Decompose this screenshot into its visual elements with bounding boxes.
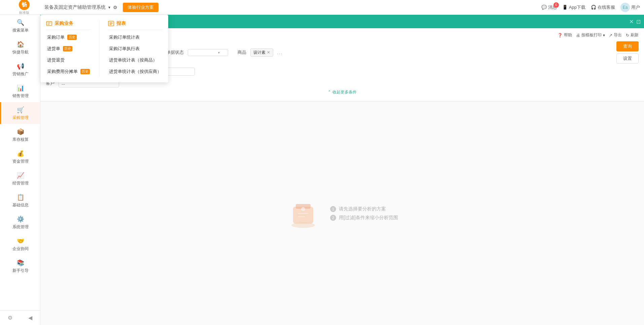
sidebar-item-operations[interactable]: 📈 经营管理 xyxy=(0,168,40,190)
dropdown-report-col: 报表 采购订单统计表 采购订单执行表 进货单统计表（按商品） 进货单统计表（按供… xyxy=(108,20,163,77)
sales-icon: 📊 xyxy=(17,84,24,92)
sidebar-item-basic[interactable]: 📋 基础信息 xyxy=(0,190,40,211)
product-tag-close-icon[interactable]: ✕ xyxy=(267,50,270,55)
sidebar-label-sales: 销售管理 xyxy=(12,93,29,99)
stock-in-stat-product-label: 进货单统计表（按商品） xyxy=(109,57,157,63)
stock-return-item[interactable]: 进货退货 xyxy=(46,55,91,66)
tab-close-all-icon[interactable]: ✕ xyxy=(629,18,634,25)
print-label: 按模板打印 xyxy=(581,32,602,38)
voucher-status-select[interactable]: ▾ xyxy=(188,49,228,56)
online-service-button[interactable]: 🎧 在线客服 xyxy=(591,4,615,10)
product-dots[interactable]: ... xyxy=(277,50,283,55)
sidebar-collapse-icon[interactable]: ◀ xyxy=(26,313,35,322)
trial-button[interactable]: 体验行业方案 xyxy=(123,3,158,12)
help-button[interactable]: ❓ 帮助 xyxy=(558,32,572,38)
purchase-expense-item[interactable]: 采购费用分摊单 历史 xyxy=(46,66,91,77)
purchase-order-stat-item[interactable]: 采购订单统计表 xyxy=(108,32,163,43)
empty-hints: 1 请先选择要分析的方案 2 用[过滤]条件来缩小分析范围 xyxy=(330,206,398,221)
phone-icon: 📱 xyxy=(562,5,568,10)
sidebar-item-search[interactable]: 🔍 搜索菜单 xyxy=(0,15,40,37)
tab-bar-spacer xyxy=(99,15,626,28)
tab-bar-controls: ✕ ⊡ xyxy=(626,15,644,28)
tab-expand-icon[interactable]: ⊡ xyxy=(636,18,641,25)
purchase-expense-label: 采购费用分摊单 xyxy=(47,69,78,75)
print-icon: 🖨 xyxy=(576,33,580,38)
avatar: Ea xyxy=(620,3,630,12)
help-label: 帮助 xyxy=(564,32,572,38)
sidebar-settings-icon[interactable]: ⚙ xyxy=(5,313,15,322)
action-buttons: 查询 设置 xyxy=(616,41,639,64)
operations-icon: 📈 xyxy=(17,172,24,179)
dropdown-divider xyxy=(99,20,100,77)
collapse-button[interactable]: ⌃ 收起更多条件 xyxy=(46,87,639,97)
voucher-status-label: 单据状态 xyxy=(166,49,184,55)
sidebar-item-marketing[interactable]: 📢 营销推广 xyxy=(0,58,40,80)
app-download-label: App下载 xyxy=(569,4,585,10)
app-download-button[interactable]: 📱 App下载 xyxy=(562,4,585,10)
purchase-order-exec-label: 采购订单执行表 xyxy=(109,46,140,52)
system-settings-icon[interactable]: ⚙ xyxy=(113,5,117,10)
stock-in-stat-supplier-item[interactable]: 进货单统计表（按供应商） xyxy=(108,66,163,77)
enterprise-icon: 🤝 xyxy=(17,237,24,245)
settings-button[interactable]: 设置 xyxy=(616,53,639,64)
dropdown-purchase-col: 采购业务 采购订单 历史 进货单 历史 进货退货 采购费用分摊单 历史 xyxy=(46,20,91,77)
notifications-button[interactable]: 💬 消息 6 xyxy=(541,4,557,10)
print-button[interactable]: 🖨 按模板打印 ▾ xyxy=(576,32,605,38)
empty-state: 1 请先选择要分析的方案 2 用[过滤]条件来缩小分析范围 xyxy=(40,101,644,325)
stock-in-stat-product-item[interactable]: 进货单统计表（按商品） xyxy=(108,55,163,66)
sidebar-label-marketing: 营销推广 xyxy=(12,71,29,77)
inventory-icon: 📦 xyxy=(17,128,24,135)
hint-text-2: 用[过滤]条件来缩小分析范围 xyxy=(339,215,398,221)
stock-in-item[interactable]: 进货单 历史 xyxy=(46,43,91,54)
sidebar-item-purchase[interactable]: 🛒 采购管理 xyxy=(0,102,40,124)
sidebar-item-finance[interactable]: 💰 资金管理 xyxy=(0,146,40,168)
dropdown-purchase-title: 采购业务 xyxy=(46,20,91,30)
refresh-button[interactable]: ↻ 刷新 xyxy=(626,32,639,38)
user-label: 用户 xyxy=(631,4,640,10)
top-header: 畅 标准版 装备及固定资产辅助管理系统 ▾ ⚙ 体验行业方案 💬 消息 6 📱 … xyxy=(0,0,644,15)
stock-in-label: 进货单 xyxy=(47,46,60,52)
system-icon: ⚙️ xyxy=(17,215,24,223)
product-tag-text: 设计素 xyxy=(253,50,265,55)
product-tag: 设计素 ✕ xyxy=(250,48,273,57)
system-title-dropdown-icon[interactable]: ▾ xyxy=(108,5,110,10)
user-menu-button[interactable]: Ea 用户 xyxy=(620,3,640,12)
purchase-order-exec-item[interactable]: 采购订单执行表 xyxy=(108,43,163,54)
help-icon: ❓ xyxy=(558,33,563,38)
empty-hint-2: 2 用[过滤]条件来缩小分析范围 xyxy=(330,215,398,221)
marketing-icon: 📢 xyxy=(17,63,24,70)
sidebar-label-inventory: 库存核算 xyxy=(12,137,29,143)
refresh-icon: ↻ xyxy=(626,33,629,38)
export-button[interactable]: ↗ 导出 xyxy=(609,32,622,38)
collapse-label: 收起更多条件 xyxy=(332,90,357,94)
sidebar-item-system[interactable]: ⚙️ 系统管理 xyxy=(0,211,40,233)
sidebar-label-system: 系统管理 xyxy=(12,224,29,230)
collapse-arrow-icon: ⌃ xyxy=(328,90,331,94)
sidebar-label-purchase: 采购管理 xyxy=(12,115,29,121)
sidebar-item-sales[interactable]: 📊 销售管理 xyxy=(0,80,40,102)
stock-in-stat-supplier-label: 进货单统计表（按供应商） xyxy=(109,69,162,75)
voucher-status-arrow: ▾ xyxy=(218,51,220,54)
sidebar-item-guide[interactable]: 📚 新手引导 xyxy=(0,255,40,277)
sidebar-label-enterprise: 企业协同 xyxy=(12,246,29,252)
sidebar-label-finance: 资金管理 xyxy=(12,159,29,164)
logo-area: 畅 标准版 xyxy=(4,0,44,15)
purchase-order-item[interactable]: 采购订单 历史 xyxy=(46,32,91,43)
sidebar-item-inventory[interactable]: 📦 库存核算 xyxy=(0,124,40,146)
sidebar-label-quicknav: 快捷导航 xyxy=(12,49,29,55)
sidebar-label-basic: 基础信息 xyxy=(12,202,29,208)
history-badge-0: 历史 xyxy=(67,35,77,40)
message-icon: 💬 xyxy=(541,5,547,10)
print-dropdown-icon: ▾ xyxy=(603,33,605,38)
hint-text-1: 请先选择要分析的方案 xyxy=(339,206,386,212)
purchase-order-label: 采购订单 xyxy=(47,34,65,40)
guide-icon: 📚 xyxy=(17,259,24,267)
sidebar-item-enterprise[interactable]: 🤝 企业协同 xyxy=(0,233,40,255)
report-menu-icon xyxy=(108,20,114,27)
hint-num-1: 1 xyxy=(330,206,336,212)
sidebar-bottom: ⚙ ◀ xyxy=(0,310,40,325)
sidebar-item-quicknav[interactable]: 🏠 快捷导航 xyxy=(0,37,40,58)
home-icon: 🏠 xyxy=(17,41,24,48)
search-icon: 🔍 xyxy=(17,19,24,26)
query-button[interactable]: 查询 xyxy=(616,41,639,51)
